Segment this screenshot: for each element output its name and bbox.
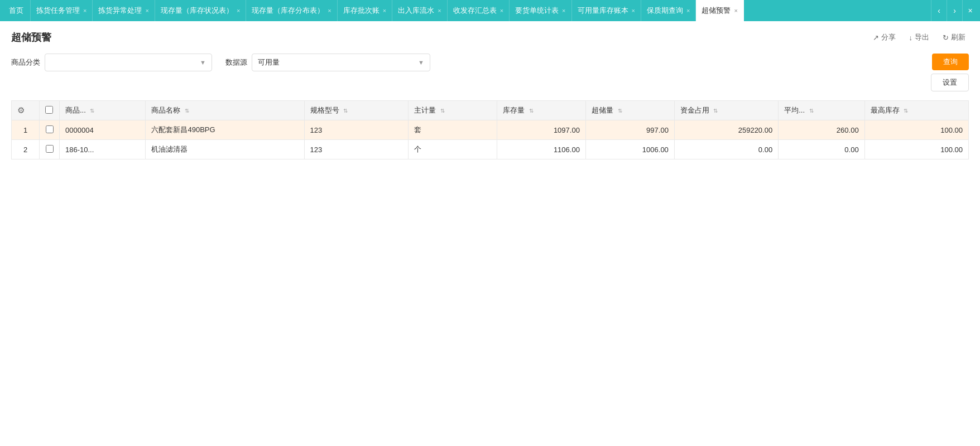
sort-icon-stock: ⇅ <box>529 108 534 114</box>
td-capital-0: 259220.00 <box>674 120 778 140</box>
category-select[interactable]: ▼ <box>45 54 212 71</box>
export-label: 导出 <box>915 32 929 42</box>
th-over-stock[interactable]: 超储量 ⇅ <box>585 101 674 120</box>
nav-tab-available-label: 可用量库存账本 <box>578 6 628 16</box>
nav-arrows: ‹ › × <box>931 0 978 21</box>
sort-icon-avg: ⇅ <box>809 108 814 114</box>
gear-icon[interactable]: ⚙ <box>17 105 25 115</box>
td-checkbox-1[interactable] <box>40 140 60 159</box>
refresh-icon: ↻ <box>943 33 949 42</box>
nav-tab-summary[interactable]: 收发存汇总表 × <box>448 0 510 21</box>
nav-tab-pickabnormal-close[interactable]: × <box>145 7 148 14</box>
nav-tab-summary-close[interactable]: × <box>500 7 503 14</box>
nav-tab-available-close[interactable]: × <box>632 7 635 14</box>
home-tab[interactable]: 首页 <box>2 0 31 21</box>
td-product-code-0: 0000004 <box>60 120 146 140</box>
nav-tab-available[interactable]: 可用量库存账本 × <box>572 0 641 21</box>
td-checkbox-0[interactable] <box>40 120 60 140</box>
th-product-name[interactable]: 商品名称 ⇅ <box>146 101 304 120</box>
refresh-button[interactable]: ↻ 刷新 <box>939 30 969 45</box>
th-max-stock-label: 最高库存 <box>871 106 900 114</box>
th-product-name-label: 商品名称 <box>151 106 180 114</box>
nav-tab-stock-dist-close[interactable]: × <box>328 7 331 14</box>
nav-tab-pickjob[interactable]: 拣货任务管理 × <box>31 0 93 21</box>
row-checkbox-1[interactable] <box>46 145 54 153</box>
nav-tab-overstock-close[interactable]: × <box>734 7 737 14</box>
nav-tab-pickabnormal[interactable]: 拣货异常处理 × <box>93 0 155 21</box>
datasource-value: 可用量 <box>258 57 280 67</box>
nav-tab-expiry-close[interactable]: × <box>686 7 690 14</box>
nav-tab-stock-dist-label: 现存量（库存分布表） <box>252 6 324 16</box>
filter-buttons: 查询 设置 <box>931 54 969 91</box>
td-spec-1: 123 <box>304 140 408 159</box>
th-spec-label: 规格型号 <box>310 106 339 114</box>
nav-tab-requisition-label: 要货单统计表 <box>515 6 559 16</box>
th-avg[interactable]: 平均... ⇅ <box>779 101 864 120</box>
th-capital[interactable]: 资金占用 ⇅ <box>674 101 778 120</box>
nav-tab-pickjob-close[interactable]: × <box>83 7 87 14</box>
th-product-code[interactable]: 商品... ⇅ <box>60 101 146 120</box>
nav-tab-requisition[interactable]: 要货单统计表 × <box>510 0 571 21</box>
nav-tab-flow[interactable]: 出入库流水 × <box>392 0 447 21</box>
table-header-row: ⚙ 商品... ⇅ 商品名称 ⇅ 规格型号 ⇅ 主计量 <box>12 101 969 120</box>
nav-tab-overstock-label: 超储预警 <box>702 6 731 16</box>
query-button[interactable]: 查询 <box>932 54 969 70</box>
page-header: 超储预警 ↗ 分享 ↓ 导出 ↻ 刷新 <box>11 30 969 45</box>
td-over-stock-0: 997.00 <box>585 120 674 140</box>
sort-icon-unit: ⇅ <box>440 108 445 114</box>
nav-tab-flow-label: 出入库流水 <box>398 6 434 16</box>
th-checkbox[interactable] <box>40 101 60 120</box>
td-avg-0: 260.00 <box>779 120 864 140</box>
select-all-checkbox[interactable] <box>45 106 53 114</box>
page-container: 超储预警 ↗ 分享 ↓ 导出 ↻ 刷新 商品分类 ▼ 数据源 <box>0 21 980 446</box>
sort-icon-spec: ⇅ <box>343 108 348 114</box>
th-unit-label: 主计量 <box>414 106 436 114</box>
th-spec[interactable]: 规格型号 ⇅ <box>304 101 408 120</box>
td-stock-0: 1097.00 <box>497 120 585 140</box>
table-row: 2 186-10... 机油滤清器 123 个 1106.00 1006.00 … <box>12 140 969 159</box>
td-product-code-1: 186-10... <box>60 140 146 159</box>
nav-tab-batch-close[interactable]: × <box>383 7 386 14</box>
share-label: 分享 <box>881 32 896 42</box>
export-button[interactable]: ↓ 导出 <box>906 30 933 45</box>
th-avg-label: 平均... <box>784 106 805 114</box>
category-label: 商品分类 <box>11 57 40 67</box>
datasource-chevron-icon: ▼ <box>418 59 424 66</box>
nav-tab-batch-label: 库存批次账 <box>343 6 379 16</box>
nav-tab-overstock[interactable]: 超储预警 × <box>696 0 743 21</box>
share-icon: ↗ <box>873 33 879 42</box>
settings-button[interactable]: 设置 <box>931 74 969 91</box>
export-icon: ↓ <box>909 33 913 42</box>
td-over-stock-1: 1006.00 <box>585 140 674 159</box>
td-max-stock-1: 100.00 <box>864 140 968 159</box>
td-avg-1: 0.00 <box>779 140 864 159</box>
category-filter-group: 商品分类 ▼ <box>11 54 212 71</box>
th-max-stock[interactable]: 最高库存 ⇅ <box>864 101 968 120</box>
nav-tab-flow-close[interactable]: × <box>438 7 441 14</box>
nav-arrow-left[interactable]: ‹ <box>931 0 947 21</box>
table-row: 1 0000004 六配套新昌490BPG 123 套 1097.00 997.… <box>12 120 969 140</box>
row-checkbox-0[interactable] <box>46 125 54 133</box>
sort-icon-over-stock: ⇅ <box>618 108 622 114</box>
td-stock-1: 1106.00 <box>497 140 585 159</box>
th-settings[interactable]: ⚙ <box>12 101 40 120</box>
nav-tab-batch[interactable]: 库存批次账 × <box>338 0 392 21</box>
nav-arrow-close[interactable]: × <box>962 0 978 21</box>
nav-tab-stock-dist[interactable]: 现存量（库存分布表） × <box>246 0 337 21</box>
share-button[interactable]: ↗ 分享 <box>869 30 899 45</box>
sort-icon-product-code: ⇅ <box>90 108 94 114</box>
datasource-label: 数据源 <box>225 57 247 67</box>
th-over-stock-label: 超储量 <box>592 106 613 114</box>
th-stock[interactable]: 库存量 ⇅ <box>497 101 585 120</box>
nav-tab-stock-status[interactable]: 现存量（库存状况表） × <box>155 0 246 21</box>
nav-tab-expiry[interactable]: 保质期查询 × <box>641 0 696 21</box>
nav-arrow-right[interactable]: › <box>947 0 962 21</box>
nav-tab-expiry-label: 保质期查询 <box>647 6 683 16</box>
nav-tab-pickabnormal-label: 拣货异常处理 <box>98 6 142 16</box>
td-product-name-0: 六配套新昌490BPG <box>146 120 304 140</box>
th-unit[interactable]: 主计量 ⇅ <box>408 101 497 120</box>
nav-tab-pickjob-label: 拣货任务管理 <box>36 6 80 16</box>
nav-tab-stock-status-close[interactable]: × <box>237 7 240 14</box>
datasource-select[interactable]: 可用量 ▼ <box>252 54 430 71</box>
nav-tab-requisition-close[interactable]: × <box>562 7 565 14</box>
